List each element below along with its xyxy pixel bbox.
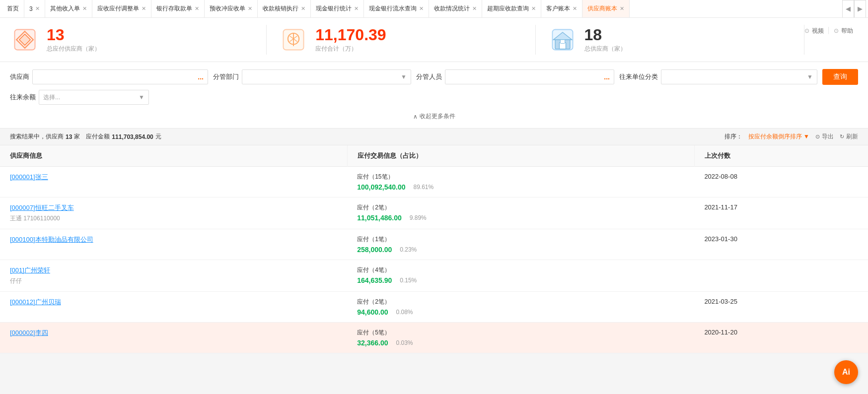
stat-label-total: 应付合计（万） (315, 45, 386, 53)
nav-tab-cash-flow-label: 现金银行流水查询 (369, 4, 417, 13)
last-pay-date-0: 2022-08-08 (704, 173, 737, 180)
summary-supplier-unit: 家 (74, 132, 80, 141)
nav-tab-3-label: 3 (29, 5, 33, 12)
col-header-tx: 应付交易信息（占比） (347, 145, 694, 167)
balance-placeholder: 选择... (43, 93, 60, 102)
nav-tab-overdue-label: 超期应收款查询 (487, 4, 529, 13)
nav-tab-cash-stat-close[interactable]: ✕ (354, 5, 359, 12)
person-dots-icon[interactable]: ... (604, 73, 610, 81)
nav-tab-supplier-book[interactable]: 供应商账本 ✕ (582, 0, 630, 18)
nav-tab-receipt-verify-close[interactable]: ✕ (301, 5, 305, 12)
balance-select[interactable]: 选择... ▼ (39, 90, 149, 105)
nav-tab-overdue[interactable]: 超期应收款查询 ✕ (482, 0, 541, 18)
nav-tab-cash-flow[interactable]: 现金银行流水查询 ✕ (364, 0, 429, 18)
supplier-name-link-5[interactable]: [000002]李四 (10, 329, 48, 336)
supplier-cell-0: [000001]张三 (0, 167, 347, 197)
balance-label: 往来余额 (10, 93, 36, 102)
suppliers-table: 供应商信息 应付交易信息（占比） 上次付数 [000001]张三应付（15笔）1… (0, 145, 868, 353)
nav-tab-cash-flow-close[interactable]: ✕ (419, 5, 424, 12)
tx-cell-2: 应付（1笔）258,000.000.23% (347, 229, 694, 260)
nav-tab-3-close[interactable]: ✕ (35, 5, 40, 12)
supplier-input[interactable]: ... (32, 69, 208, 84)
nav-tab-cash-stat-label: 现金银行统计 (316, 4, 352, 13)
table-row: [000100]本特勤油品有限公司应付（1笔）258,000.000.23%20… (0, 229, 868, 260)
nav-tab-other-income[interactable]: 其他收入单 ✕ (45, 0, 92, 18)
col-header-lastpay: 上次付数 (694, 145, 868, 167)
stat-item-total-payable: 11,170.39 应付合计（万） (267, 25, 535, 55)
nav-tab-advance-recv-label: 预收冲应收单 (210, 4, 245, 13)
supplier-name-link-0[interactable]: [000001]张三 (10, 173, 48, 181)
summary-supplier-count: 13 (66, 133, 72, 140)
summary-amount: 111,703,854.00 (112, 133, 153, 140)
nav-tab-adjust-label: 应收应付调整单 (97, 4, 139, 13)
nav-tab-cash-stat[interactable]: 现金银行统计 ✕ (311, 0, 364, 18)
data-table-container: 供应商信息 应付交易信息（占比） 上次付数 [000001]张三应付（15笔）1… (0, 145, 868, 353)
diamond-icon (10, 25, 40, 55)
dept-select[interactable]: ▼ (242, 69, 411, 84)
nav-tab-adjust[interactable]: 应收应付调整单 ✕ (92, 0, 151, 18)
nav-tab-bank[interactable]: 银行存取款单 ✕ (151, 0, 205, 18)
export-button[interactable]: ⊙ 导出 (815, 132, 834, 141)
nav-tab-recv-stat-label: 收款情况统计 (434, 4, 470, 13)
nav-tab-supplier-book-close[interactable]: ✕ (620, 5, 624, 12)
nav-tab-bank-close[interactable]: ✕ (195, 5, 199, 12)
nav-tab-receipt-verify[interactable]: 收款核销执行 ✕ (258, 0, 311, 18)
nav-tab-supplier-book-label: 供应商账本 (587, 4, 617, 13)
filter-row-2: 往来余额 选择... ▼ (10, 90, 858, 105)
tx-label-2: 应付（1笔） (357, 235, 684, 244)
tx-amount-3[interactable]: 164,635.90 (357, 276, 392, 284)
nav-tab-advance-recv-close[interactable]: ✕ (248, 5, 252, 12)
nav-prev-arrow[interactable]: ◀ (842, 0, 854, 18)
export-icon: ⊙ (815, 133, 820, 140)
filter-group-person: 分管人员 ... (416, 69, 614, 84)
nav-tab-3[interactable]: 3 ✕ (24, 0, 45, 18)
supplier-sub-1: 王通 17106110000 (10, 214, 337, 223)
stat-number-payable: 13 (47, 27, 100, 43)
nav-tab-receipt-verify-label: 收款核销执行 (263, 4, 298, 13)
query-button[interactable]: 查询 (822, 69, 858, 85)
nav-tab-customer-book-close[interactable]: ✕ (573, 5, 577, 12)
filter-group-category: 往来单位分类 ▼ (619, 69, 817, 84)
tx-amount-5[interactable]: 32,366.00 (357, 339, 388, 347)
nav-tab-customer-book[interactable]: 客户账本 ✕ (541, 0, 582, 18)
nav-tab-recv-stat-close[interactable]: ✕ (472, 5, 477, 12)
nav-tab-overdue-close[interactable]: ✕ (531, 5, 536, 12)
category-label: 往来单位分类 (619, 72, 658, 81)
collapse-button[interactable]: ∧ 收起更多条件 (413, 110, 455, 123)
tx-label-1: 应付（2笔） (357, 203, 684, 212)
sort-select[interactable]: 按应付余额倒序排序 ▼ (748, 132, 809, 141)
collapse-up-icon: ∧ (413, 113, 418, 120)
category-select[interactable]: ▼ (661, 69, 817, 84)
supplier-cell-5: [000002]李四 (0, 323, 347, 353)
tx-amount-0[interactable]: 100,092,540.00 (357, 183, 405, 191)
help-link[interactable]: ⊙ 帮助 (834, 27, 853, 35)
summary-amount-prefix: 应付金额 (86, 132, 110, 141)
tx-label-3: 应付（4笔） (357, 266, 684, 274)
collapse-label: 收起更多条件 (420, 112, 455, 121)
nav-tab-home[interactable]: 首页 (2, 0, 24, 18)
nav-tab-advance-recv[interactable]: 预收冲应收单 ✕ (205, 0, 258, 18)
last-pay-cell-4: 2021-03-25 (694, 292, 868, 323)
nav-tab-other-income-close[interactable]: ✕ (82, 5, 87, 12)
tx-percent-2: 0.23% (400, 246, 417, 253)
nav-next-arrow[interactable]: ▶ (854, 0, 866, 18)
supplier-name-link-3[interactable]: [001]广州荣轩 (10, 266, 50, 274)
table-row: [000001]张三应付（15笔）100,092,540.0089.61%202… (0, 167, 868, 197)
supplier-name-link-2[interactable]: [000100]本特勤油品有限公司 (10, 236, 93, 243)
col-header-supplier: 供应商信息 (0, 145, 347, 167)
filter-area: 供应商 ... 分管部门 ▼ 分管人员 ... 往来单位分类 (0, 62, 868, 129)
supplier-dots-icon[interactable]: ... (198, 73, 204, 81)
nav-tab-recv-stat[interactable]: 收款情况统计 ✕ (429, 0, 482, 18)
tx-amount-4[interactable]: 94,600.00 (357, 308, 388, 316)
tx-percent-3: 0.15% (400, 277, 417, 284)
nav-tab-adjust-close[interactable]: ✕ (142, 5, 146, 12)
filter-row-1: 供应商 ... 分管部门 ▼ 分管人员 ... 往来单位分类 (10, 69, 858, 85)
refresh-button[interactable]: ↻ 刷新 (840, 132, 858, 141)
stat-label-payable: 总应付供应商（家） (47, 45, 100, 53)
supplier-name-link-1[interactable]: [000007]恒旺二手叉车 (10, 204, 74, 211)
video-link[interactable]: ⊙ 视频 (804, 27, 824, 35)
tx-amount-2[interactable]: 258,000.00 (357, 246, 392, 254)
supplier-name-link-4[interactable]: [000012]广州贝瑞 (10, 298, 61, 306)
tx-amount-1[interactable]: 11,051,486.00 (357, 214, 402, 222)
person-input[interactable]: ... (445, 69, 614, 84)
